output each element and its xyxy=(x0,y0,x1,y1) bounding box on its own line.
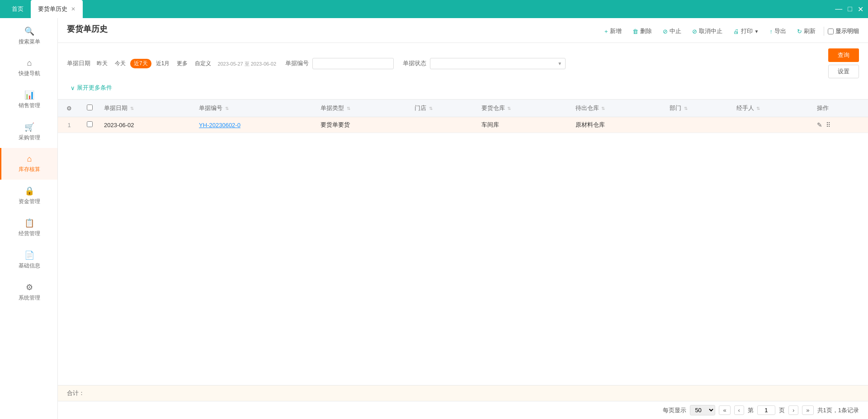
fund-icon: 🔒 xyxy=(24,186,34,196)
close-tab-icon[interactable]: ✕ xyxy=(71,6,75,12)
date-option-last-month[interactable]: 近1月 xyxy=(153,59,173,68)
status-dropdown-icon[interactable]: ▼ xyxy=(557,61,562,66)
print-icon: 🖨 xyxy=(733,28,739,35)
sidebar-item-quick-nav[interactable]: ⌂ 快捷导航 xyxy=(0,52,57,84)
show-detail-checkbox-label[interactable]: 显示明细 xyxy=(828,27,859,35)
query-button[interactable]: 查询 xyxy=(828,48,859,62)
row-checkbox[interactable] xyxy=(87,121,93,127)
top-bar: 首页 要货单历史 ✕ — □ ✕ xyxy=(0,0,868,18)
doc-number-label: 单据编号 xyxy=(285,59,309,67)
total-info: 共1页，1条记录 xyxy=(817,406,859,414)
sidebar-item-basic[interactable]: 📄 基础信息 xyxy=(0,244,57,276)
col-doc-type[interactable]: 单据类型 ⇅ xyxy=(315,100,409,117)
per-page-select[interactable]: 50 10 20 100 xyxy=(690,405,715,415)
row-doc-number[interactable]: YH-20230602-0 xyxy=(193,117,315,133)
sidebar-label-search: 搜索菜单 xyxy=(19,38,40,46)
col-doc-date[interactable]: 单据日期 ⇅ xyxy=(99,100,193,117)
tab-requisition-history[interactable]: 要货单历史 ✕ xyxy=(31,0,83,18)
sort-req-warehouse-icon[interactable]: ⇅ xyxy=(507,106,511,111)
print-arrow-icon: ▼ xyxy=(755,29,759,34)
refresh-button[interactable]: ↻ 刷新 xyxy=(793,25,820,38)
export-button[interactable]: ↑ 导出 xyxy=(765,25,791,38)
col-handler[interactable]: 经手人 ⇅ xyxy=(731,100,811,117)
requisition-table: ⚙ 单据日期 ⇅ 单据编号 ⇅ 单据类型 xyxy=(58,100,868,133)
date-option-custom[interactable]: 自定义 xyxy=(192,59,214,68)
sidebar-label-inventory: 库存核算 xyxy=(19,166,40,173)
add-icon: + xyxy=(604,28,608,35)
col-store[interactable]: 门店 ⇅ xyxy=(409,100,476,117)
doc-status-filter-group: 单据状态 ▼ xyxy=(403,58,566,69)
add-button[interactable]: + 新增 xyxy=(600,25,626,38)
sidebar-item-inventory[interactable]: ⌂ 库存核算 xyxy=(0,148,57,180)
delete-button[interactable]: 🗑 删除 xyxy=(628,25,656,38)
content-area: 要货单历史 + 新增 🗑 删除 ⊘ 中止 ⊘ xyxy=(58,18,868,419)
date-option-more[interactable]: 更多 xyxy=(174,59,190,68)
sort-handler-icon[interactable]: ⇅ xyxy=(756,106,760,111)
doc-number-input[interactable] xyxy=(312,58,394,69)
select-all-checkbox[interactable] xyxy=(87,105,93,110)
sidebar: 🔍 搜索菜单 ⌂ 快捷导航 📊 销售管理 🛒 采购管理 ⌂ 库存核算 🔒 资金管… xyxy=(0,18,58,419)
row-more-icon[interactable]: ⠿ xyxy=(826,121,830,129)
sidebar-item-ops[interactable]: 📋 经营管理 xyxy=(0,212,57,244)
cancel-stop-button[interactable]: ⊘ 取消中止 xyxy=(688,25,727,38)
row-store xyxy=(409,117,476,133)
minimize-button[interactable]: — xyxy=(835,5,842,14)
filter-settings-button[interactable]: 设置 xyxy=(828,65,859,78)
row-req-warehouse: 车间库 xyxy=(476,117,570,133)
tab-home[interactable]: 首页 xyxy=(5,0,31,18)
sort-store-icon[interactable]: ⇅ xyxy=(429,106,433,111)
maximize-button[interactable]: □ xyxy=(848,5,852,14)
close-button[interactable]: ✕ xyxy=(858,5,863,14)
last-page-button[interactable]: » xyxy=(802,405,813,415)
page-input[interactable] xyxy=(757,405,775,415)
sort-doc-date-icon[interactable]: ⇅ xyxy=(130,106,134,111)
row-checkbox-cell[interactable] xyxy=(80,117,99,133)
row-handler xyxy=(731,117,811,133)
doc-status-input[interactable] xyxy=(430,58,566,69)
main-layout: 🔍 搜索菜单 ⌂ 快捷导航 📊 销售管理 🛒 采购管理 ⌂ 库存核算 🔒 资金管… xyxy=(0,18,868,419)
sort-doc-type-icon[interactable]: ⇅ xyxy=(347,106,350,111)
tab-home-label: 首页 xyxy=(12,5,24,13)
print-button[interactable]: 🖨 打印 ▼ xyxy=(729,25,764,38)
col-checkbox[interactable] xyxy=(80,100,99,117)
prev-page-button[interactable]: ‹ xyxy=(734,405,744,415)
page-header: 要货单历史 + 新增 🗑 删除 ⊘ 中止 ⊘ xyxy=(58,18,868,43)
date-filter-group: 单据日期 昨天 今天 近7天 近1月 更多 自定义 2023-05-27 至 2… xyxy=(67,59,276,68)
row-doc-type: 要货单要货 xyxy=(315,117,409,133)
cancel-stop-icon: ⊘ xyxy=(692,28,697,35)
sidebar-item-purchase[interactable]: 🛒 采购管理 xyxy=(0,116,57,148)
sort-pending-warehouse-icon[interactable]: ⇅ xyxy=(601,106,605,111)
date-option-today[interactable]: 今天 xyxy=(112,59,128,68)
row-edit-icon[interactable]: ✎ xyxy=(817,121,822,129)
sidebar-item-system[interactable]: ⚙ 系统管理 xyxy=(0,276,57,308)
stop-button[interactable]: ⊘ 中止 xyxy=(658,25,686,38)
sidebar-item-fund[interactable]: 🔒 资金管理 xyxy=(0,180,57,212)
date-option-last7days[interactable]: 近7天 xyxy=(130,59,151,68)
sidebar-item-search-menu[interactable]: 🔍 搜索菜单 xyxy=(0,20,57,52)
sidebar-label-purchase: 采购管理 xyxy=(19,134,40,142)
col-dept[interactable]: 部门 ⇅ xyxy=(664,100,731,117)
summary-bar: 合计： xyxy=(58,385,868,401)
col-settings[interactable]: ⚙ xyxy=(58,100,80,117)
col-operation: 操作 xyxy=(811,100,868,117)
tab-requisition-label: 要货单历史 xyxy=(38,5,67,13)
sidebar-label-quick-nav: 快捷导航 xyxy=(19,70,40,77)
col-doc-number[interactable]: 单据编号 ⇅ xyxy=(193,100,315,117)
first-page-button[interactable]: « xyxy=(719,405,730,415)
sort-dept-icon[interactable]: ⇅ xyxy=(684,106,688,111)
row-operation: ✎ ⠿ xyxy=(811,117,868,133)
col-pending-warehouse[interactable]: 待出仓库 ⇅ xyxy=(570,100,664,117)
filter-actions: 查询 设置 xyxy=(828,48,859,78)
search-icon: 🔍 xyxy=(24,26,34,36)
window-controls: — □ ✕ xyxy=(835,5,863,14)
sidebar-item-sales[interactable]: 📊 销售管理 xyxy=(0,84,57,116)
next-page-button[interactable]: › xyxy=(788,405,798,415)
sidebar-label-system: 系统管理 xyxy=(19,294,40,302)
col-req-warehouse[interactable]: 要货仓库 ⇅ xyxy=(476,100,570,117)
expand-more-button[interactable]: ∨ 展开更多条件 xyxy=(67,82,859,94)
date-option-yesterday[interactable]: 昨天 xyxy=(94,59,110,68)
sort-doc-number-icon[interactable]: ⇅ xyxy=(225,106,229,111)
show-detail-checkbox[interactable] xyxy=(828,29,834,34)
export-icon: ↑ xyxy=(770,28,773,35)
toolbar-separator xyxy=(824,27,824,36)
